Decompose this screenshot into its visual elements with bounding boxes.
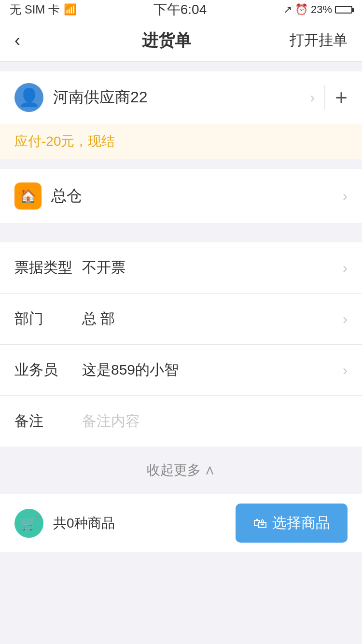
select-goods-button[interactable]: 🛍 选择商品	[236, 504, 348, 543]
invoice-type-chevron-icon: ›	[343, 260, 348, 276]
avatar-icon: 👤	[18, 87, 40, 108]
salesperson-chevron-icon: ›	[343, 362, 348, 378]
remark-label: 备注	[14, 411, 72, 431]
warehouse-row[interactable]: 🏠 总仓 ›	[0, 169, 362, 223]
supplier-name: 河南供应商22	[53, 87, 310, 108]
page-background	[0, 552, 362, 644]
remark-row[interactable]: 备注 备注内容	[0, 395, 362, 447]
salesperson-label: 业务员	[14, 360, 72, 380]
section-gap-2	[0, 159, 362, 169]
page-title: 进货单	[142, 29, 191, 52]
invoice-type-value: 不开票	[72, 258, 343, 278]
select-goods-icon: 🛍	[253, 515, 267, 532]
status-bar: 无 SIM 卡 📶 下午6:04 ↗ ⏰ 23%	[0, 0, 362, 19]
form-section: 票据类型 不开票 › 部门 总 部 › 业务员 这是859的小智 › 备注 备注…	[0, 242, 362, 447]
wifi-icon: 📶	[64, 3, 77, 16]
goods-count: 共0种商品	[53, 514, 226, 532]
department-row[interactable]: 部门 总 部 ›	[0, 293, 362, 344]
warehouse-name: 总仓	[51, 185, 343, 207]
nav-bar: ‹ 进货单 打开挂单	[0, 19, 362, 62]
warehouse-icon: 🏠	[14, 182, 42, 210]
supplier-divider	[324, 85, 325, 110]
supplier-section: 👤 河南供应商22 › + 应付-20元，现结	[0, 71, 362, 159]
section-gap-1	[0, 62, 362, 71]
remark-placeholder: 备注内容	[72, 411, 348, 431]
salesperson-row[interactable]: 业务员 这是859的小智 ›	[0, 344, 362, 395]
open-pending-button[interactable]: 打开挂单	[290, 30, 348, 50]
collapse-row[interactable]: 收起更多 ∧	[0, 447, 362, 494]
department-label: 部门	[14, 309, 72, 329]
supplier-avatar: 👤	[14, 83, 43, 112]
add-supplier-button[interactable]: +	[335, 87, 348, 108]
bottom-bar: 🛒 共0种商品 🛍 选择商品	[0, 494, 362, 552]
carrier-text: 无 SIM 卡	[10, 2, 60, 17]
status-time: 下午6:04	[153, 0, 207, 19]
location-icon: ↗	[283, 3, 292, 16]
select-goods-label: 选择商品	[272, 513, 330, 533]
back-button[interactable]: ‹	[14, 30, 43, 51]
status-right: ↗ ⏰ 23%	[283, 3, 352, 16]
warehouse-section: 🏠 总仓 ›	[0, 169, 362, 223]
alarm-icon: ⏰	[295, 3, 308, 16]
status-carrier: 无 SIM 卡 📶	[10, 2, 77, 17]
department-chevron-icon: ›	[343, 311, 348, 327]
battery-text: 23%	[311, 3, 332, 16]
salesperson-value: 这是859的小智	[72, 360, 343, 380]
warehouse-chevron-icon: ›	[343, 188, 348, 204]
supplier-row[interactable]: 👤 河南供应商22 › +	[0, 71, 362, 124]
battery-icon	[335, 6, 352, 14]
supplier-chevron-icon: ›	[310, 89, 315, 106]
department-value: 总 部	[72, 309, 343, 329]
goods-icon: 🛒	[14, 509, 43, 538]
invoice-type-row[interactable]: 票据类型 不开票 ›	[0, 242, 362, 293]
payment-notice: 应付-20元，现结	[0, 124, 362, 159]
section-gap-3	[0, 223, 362, 233]
invoice-type-label: 票据类型	[14, 258, 72, 278]
collapse-label: 收起更多 ∧	[147, 461, 216, 479]
